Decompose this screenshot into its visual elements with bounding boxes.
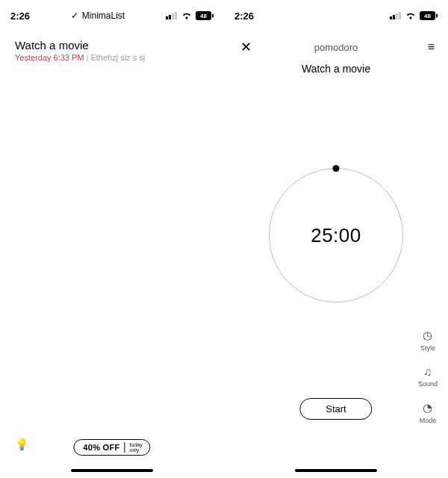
- side-tools: ◷ Style ♫ Sound ◔ Mode: [418, 329, 438, 424]
- close-icon: ✕: [240, 40, 252, 55]
- sound-button[interactable]: ♫ Sound: [418, 365, 438, 388]
- tips-button[interactable]: 💡: [15, 438, 29, 451]
- pomodoro-title: pomodoro: [254, 42, 418, 53]
- task-meta: Yesterday 6:33 PM|Ethehzj siz s sj: [15, 53, 209, 62]
- close-button[interactable]: ✕: [237, 39, 254, 55]
- sound-label: Sound: [418, 380, 438, 388]
- svg-rect-3: [175, 12, 177, 19]
- timer-value: 25:00: [311, 224, 361, 247]
- wifi-icon: [181, 12, 192, 19]
- cellular-icon: [390, 12, 402, 19]
- task-item[interactable]: Watch a movie Yesterday 6:33 PM|Ethehzj …: [0, 25, 224, 62]
- pomodoro-screen: 2:26 48 ✕ pomodoro ≡ Watch a movie 25:00: [224, 0, 448, 478]
- start-label: Start: [326, 403, 346, 415]
- svg-rect-10: [399, 12, 401, 19]
- task-note-preview: Ethehzj siz s sj: [90, 53, 145, 62]
- task-title: Watch a movie: [15, 39, 209, 52]
- offer-divider: [125, 442, 125, 453]
- mode-icon: ◔: [423, 401, 432, 415]
- status-app-check-icon: ✓: [71, 10, 78, 21]
- status-indicators: 48: [166, 11, 214, 20]
- wifi-icon: [405, 12, 416, 19]
- status-bar: 2:26 48: [224, 0, 448, 25]
- svg-text:48: 48: [200, 13, 207, 19]
- status-app-name: MinimaList: [82, 10, 125, 21]
- settings-icon: ≡: [428, 40, 435, 53]
- task-due-label: Yesterday 6:33 PM: [15, 53, 84, 62]
- svg-text:48: 48: [424, 13, 431, 19]
- battery-icon: 48: [420, 11, 438, 20]
- settings-button[interactable]: ≡: [418, 40, 435, 54]
- cellular-icon: [166, 12, 178, 19]
- offer-today: today only: [130, 442, 143, 453]
- style-label: Style: [420, 344, 435, 352]
- svg-rect-0: [166, 16, 168, 19]
- bulb-icon: 💡: [15, 438, 29, 450]
- offer-pill[interactable]: 40% OFF today only: [73, 439, 150, 456]
- status-indicators: 48: [390, 11, 438, 20]
- pomodoro-header: ✕ pomodoro ≡: [224, 25, 448, 55]
- home-indicator[interactable]: [71, 469, 153, 472]
- home-indicator[interactable]: [295, 469, 377, 472]
- svg-rect-5: [212, 14, 214, 18]
- timer-ring: 25:00: [269, 168, 403, 302]
- timer[interactable]: 25:00: [269, 168, 403, 302]
- music-note-icon: ♫: [423, 365, 432, 378]
- style-button[interactable]: ◷ Style: [420, 329, 435, 352]
- svg-rect-7: [390, 16, 392, 19]
- mode-button[interactable]: ◔ Mode: [420, 401, 437, 424]
- clock-icon: ◷: [423, 329, 432, 342]
- start-button[interactable]: Start: [299, 398, 372, 420]
- task-meta-sep: |: [87, 53, 89, 62]
- svg-rect-12: [436, 14, 438, 18]
- svg-rect-9: [396, 13, 398, 19]
- timer-progress-dot: [333, 165, 340, 172]
- svg-rect-8: [393, 15, 395, 19]
- status-time: 2:26: [234, 10, 254, 22]
- mode-label: Mode: [420, 417, 437, 424]
- pomodoro-task-name: Watch a movie: [224, 63, 448, 75]
- list-screen: 2:26 ✓ MinimaList 48 Watch a movie Yeste…: [0, 0, 224, 478]
- battery-icon: 48: [196, 11, 214, 20]
- status-time: 2:26: [10, 10, 30, 22]
- svg-rect-1: [169, 15, 171, 19]
- svg-rect-2: [172, 13, 174, 19]
- status-bar: 2:26 ✓ MinimaList 48: [0, 0, 224, 25]
- offer-percent: 40% OFF: [83, 444, 119, 452]
